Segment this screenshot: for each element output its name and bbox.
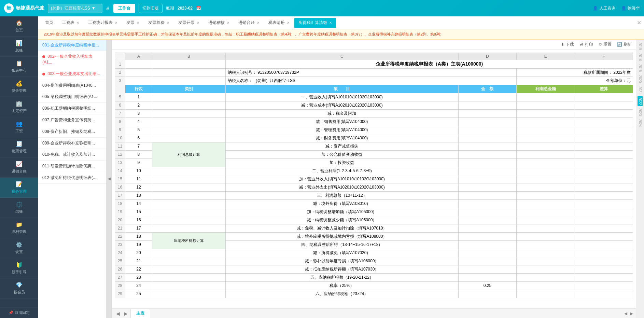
left-panel-item-008-label: 008-资产折旧、摊销及纳税...	[42, 129, 95, 134]
sheet-nav-next[interactable]: ▶	[123, 311, 129, 316]
sidebar-item-asset[interactable]: 🏢 固定资产	[0, 97, 38, 117]
user-info[interactable]: 👤 徐漫华	[621, 5, 640, 11]
company-selector[interactable]: (勿删）江西服宝-LSS ▼	[48, 4, 102, 13]
reset-icon: ↺	[599, 42, 602, 47]
tab-invoice-label: 发票	[126, 20, 135, 26]
sidebar-item-invoice[interactable]: 🧾 发票管理	[0, 137, 38, 157]
left-panel-item-007[interactable]: 007-广告费和业务宣传费跨...	[38, 114, 106, 126]
left-panel-item-012[interactable]: 012-减免所得税优惠明细表(...	[38, 172, 106, 184]
table-row: 26 22 减：抵扣应纳税所得额（填写A107030）	[115, 265, 633, 273]
home-icon: 🏠	[16, 20, 23, 26]
left-panel-item-005[interactable]: 005-纳税调整项目明细表(A1...	[38, 91, 106, 103]
main-layout: 🏠 首页 📊 总账 📋 报表中心 💰 资金管理 🏢 固定资产 👥 工资 🧾 发票…	[0, 16, 644, 318]
print-label: 打印	[585, 42, 593, 47]
tab-tax-clear[interactable]: 税表清册 ✕	[264, 18, 294, 28]
left-panel-item-004[interactable]: 004-期间费用明细表(A1040...	[38, 80, 106, 92]
tab-payroll[interactable]: 工资表 ✕	[58, 18, 83, 28]
scroll-left-icon[interactable]: ◀	[624, 311, 627, 316]
sidebar-item-report[interactable]: 📋 报表中心	[0, 57, 38, 77]
left-panel-item-011[interactable]: 011-研发费用加计扣除优惠...	[38, 161, 106, 172]
tab-payroll-stat-close[interactable]: ✕	[115, 21, 117, 25]
reset-button[interactable]: ↺ 重置	[599, 42, 612, 47]
workbench-button[interactable]: 工作台	[113, 4, 135, 13]
table-scroll[interactable]: A B C D E F 1	[112, 50, 636, 309]
calendar-icon[interactable]: 📅	[196, 6, 201, 11]
switch-version-button[interactable]: 切到旧版	[139, 4, 163, 13]
tab-home[interactable]: 首页	[41, 18, 57, 28]
table-row: 21 17 减：免税、减计收入及加计扣除（填写A107010）	[115, 224, 633, 232]
tab-sales-ledger[interactable]: 进销台账 ✕	[234, 18, 264, 28]
tab-payroll-stat[interactable]: 工资统计报表 ✕	[84, 18, 122, 28]
print-icon[interactable]: 🖨	[106, 6, 110, 11]
sidebar-item-tax[interactable]: 📝 税务管理	[0, 178, 38, 198]
tab-tax-annual[interactable]: 所得税汇算清缴 ✕	[294, 18, 336, 28]
ai-consult-button[interactable]: 👤 人工咨询	[593, 5, 616, 11]
refresh-button[interactable]: 🔄 刷新	[617, 42, 632, 47]
tab-tax-clear-close[interactable]: ✕	[287, 21, 290, 25]
tab-sales-check[interactable]: 进销稽核 ✕	[204, 18, 234, 28]
year-marker-2016[interactable]: 2016	[638, 52, 642, 62]
table-row: 17 13 三、利润总额（10+11-12）	[115, 191, 633, 199]
collapse-button[interactable]: ◀	[107, 40, 112, 318]
sidebar-item-sales[interactable]: 📈 进销台账	[0, 157, 38, 178]
left-panel-item-003[interactable]: 003-一般企业成本支出明细...	[38, 68, 106, 80]
left-panel-item-009[interactable]: 009-企业所得税补充弥损明...	[38, 138, 106, 149]
left-panel-item-006[interactable]: 006-职工薪酬纳税调整明细...	[38, 103, 106, 114]
tab-invoice-calc-close[interactable]: ✕	[167, 21, 169, 25]
year-marker-2020[interactable]: 2020	[638, 74, 642, 84]
sheet-tab-main[interactable]: 主表	[130, 309, 150, 318]
tab-invoice[interactable]: 发票 ✕	[122, 18, 143, 28]
sidebar-cancel-fixed[interactable]: 📌 取消固定	[0, 307, 38, 318]
sidebar-item-member[interactable]: 💎 畅会员	[0, 278, 38, 299]
print-button[interactable]: 🖨 打印	[579, 42, 593, 47]
table-row: 15 11 加：营业外收入(填写A101010\101020\103000)	[115, 175, 633, 183]
year-marker-2023[interactable]: 2023	[638, 107, 642, 117]
tab-tax-annual-close[interactable]: ✕	[329, 21, 332, 25]
tab-invoice-open[interactable]: 发票开票 ✕	[174, 18, 204, 28]
sidebar-item-guide-label: 新手引导	[12, 269, 27, 275]
sidebar-item-archive[interactable]: 📁 归档管理	[0, 218, 38, 238]
tab-sales-ledger-close[interactable]: ✕	[257, 21, 260, 25]
tab-invoice-calc[interactable]: 发票算费 ✕	[144, 18, 173, 28]
sheet-nav-prev[interactable]: ◀	[115, 311, 121, 316]
sidebar-item-home[interactable]: 🏠 首页	[0, 16, 38, 37]
year-marker-2021[interactable]: 2021	[638, 85, 642, 95]
tab-invoice-open-close[interactable]: ✕	[197, 21, 199, 25]
year-marker-2022[interactable]: 2022	[638, 96, 643, 106]
period-label: 账期	[166, 5, 174, 11]
table-row: 24 20 减：所得减免（填写A107020）	[115, 249, 633, 257]
error-dot-002	[42, 55, 45, 58]
tab-payroll-close[interactable]: ✕	[76, 21, 79, 25]
left-panel-item-010[interactable]: 010-免税、减计收入及加计...	[38, 149, 106, 161]
tab-bar-close-btn[interactable]: ✕	[637, 19, 641, 26]
download-button[interactable]: ⬇ 下载	[561, 42, 574, 47]
sidebar-item-settlement[interactable]: ⚖️ 结账	[0, 198, 38, 218]
spreadsheet-table: A B C D E F 1	[115, 53, 633, 298]
tab-sales-check-close[interactable]: ✕	[227, 21, 229, 25]
left-panel-item-002[interactable]: 002-一般企业收入明细表(A1...	[38, 51, 106, 68]
notice-text: 2019年度涉及取以前年度延续数据的申报表单元格需要手工维护正确，才能保证本年及…	[44, 32, 444, 36]
year-marker-2019[interactable]: 2019	[638, 41, 642, 51]
settlement-icon: ⚖️	[16, 201, 23, 208]
year-marker-2018[interactable]: 2018	[638, 63, 642, 73]
left-panel-item-001[interactable]: 001-企业所得税年度纳税申报...	[38, 40, 106, 51]
content-area: 首页 工资表 ✕ 工资统计报表 ✕ 发票 ✕ 发票算费 ✕ 发票开票 ✕	[38, 16, 644, 318]
table-row: 7 3 减：税金及附加	[115, 109, 633, 117]
sidebar-item-fund[interactable]: 💰 资金管理	[0, 77, 38, 97]
sidebar-item-home-label: 首页	[15, 28, 23, 33]
sidebar-item-guide[interactable]: 🔰 新手引导	[0, 258, 38, 278]
download-label: 下载	[566, 42, 574, 47]
tax-period-value: 2022年度	[613, 70, 631, 75]
table-row: 25 21 减：弥补以前年度亏损（填写A106000）	[115, 257, 633, 265]
sidebar-item-ledger[interactable]: 📊 总账	[0, 37, 38, 57]
logo-area: 畅 畅捷通易代账	[4, 3, 44, 13]
left-panel-item-008[interactable]: 008-资产折旧、摊销及纳税...	[38, 126, 106, 138]
payroll-icon: 👥	[16, 121, 23, 127]
sidebar-item-payroll[interactable]: 👥 工资	[0, 117, 38, 137]
col-header-line: 行次	[125, 85, 152, 93]
tab-invoice-close[interactable]: ✕	[137, 21, 139, 25]
right-panel: 2019 2016 2018 2020 2021 2022 2023 2024	[636, 40, 644, 318]
year-marker-2024[interactable]: 2024	[638, 118, 642, 128]
scroll-right-icon[interactable]: ▶	[630, 311, 633, 316]
sidebar-item-settings[interactable]: ⚙️ 设置	[0, 238, 38, 258]
